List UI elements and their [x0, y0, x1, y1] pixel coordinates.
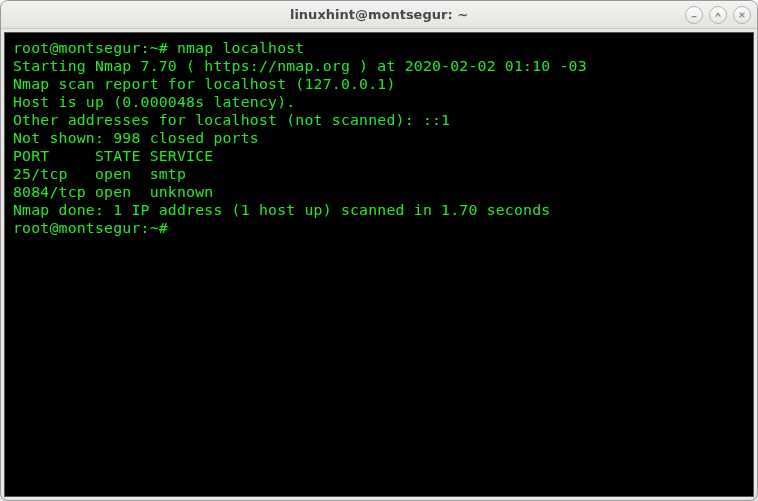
shell-command: nmap localhost [177, 39, 305, 56]
maximize-button[interactable] [709, 6, 727, 24]
output-line: Nmap scan report for localhost (127.0.0.… [13, 75, 745, 93]
close-button[interactable] [733, 6, 751, 24]
window-title: linuxhint@montsegur: ~ [1, 7, 757, 22]
output-line: 8084/tcp open unknown [13, 183, 745, 201]
window-controls [685, 6, 751, 24]
output-line: Not shown: 998 closed ports [13, 129, 745, 147]
shell-prompt: root@montsegur:~# [13, 39, 177, 56]
terminal-window: linuxhint@montsegur: ~ root@montsegur:~#… [0, 0, 758, 501]
minimize-button[interactable] [685, 6, 703, 24]
output-line: 25/tcp open smtp [13, 165, 745, 183]
output-line: Host is up (0.000048s latency). [13, 93, 745, 111]
minimize-icon [690, 11, 698, 19]
output-line: PORT STATE SERVICE [13, 147, 745, 165]
output-line: Other addresses for localhost (not scann… [13, 111, 745, 129]
terminal-output[interactable]: root@montsegur:~# nmap localhost Startin… [4, 32, 754, 497]
output-line: Nmap done: 1 IP address (1 host up) scan… [13, 201, 745, 219]
maximize-icon [714, 11, 722, 19]
close-icon [738, 11, 746, 19]
shell-prompt: root@montsegur:~# [13, 219, 177, 236]
output-line: Starting Nmap 7.70 ( https://nmap.org ) … [13, 57, 745, 75]
titlebar[interactable]: linuxhint@montsegur: ~ [1, 1, 757, 29]
